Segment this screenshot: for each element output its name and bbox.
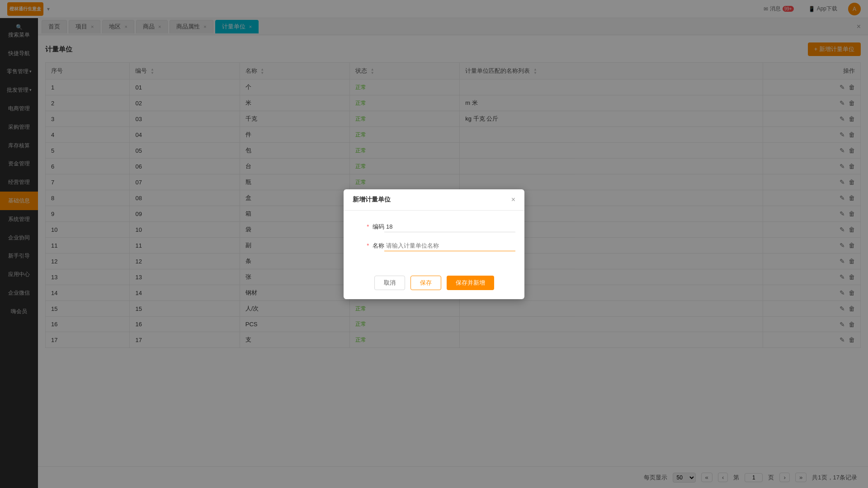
modal-overlay: 新增计量单位 × * 编码 * 名称 取消 保存 保存并新增: [0, 0, 868, 488]
code-input[interactable]: [384, 221, 515, 232]
required-mark: *: [367, 223, 369, 230]
name-form-row: * 名称: [353, 240, 515, 251]
modal-footer: 取消 保存 保存并新增: [344, 270, 524, 299]
modal-body: * 编码 * 名称: [344, 211, 524, 270]
save-button[interactable]: 保存: [410, 276, 441, 290]
name-label-text: 名称: [373, 242, 384, 249]
cancel-button[interactable]: 取消: [374, 276, 405, 290]
code-form-row: * 编码: [353, 221, 515, 232]
modal-title: 新增计量单位: [353, 196, 391, 204]
add-unit-modal: 新增计量单位 × * 编码 * 名称 取消 保存 保存并新增: [344, 189, 524, 299]
save-add-button[interactable]: 保存并新增: [447, 276, 494, 290]
code-label: * 编码: [353, 223, 384, 231]
modal-close-btn[interactable]: ×: [511, 196, 515, 203]
name-label: * 名称: [353, 242, 384, 250]
required-mark: *: [367, 242, 369, 249]
name-input[interactable]: [384, 240, 515, 251]
code-label-text: 编码: [373, 223, 384, 230]
modal-header: 新增计量单位 ×: [344, 189, 524, 211]
